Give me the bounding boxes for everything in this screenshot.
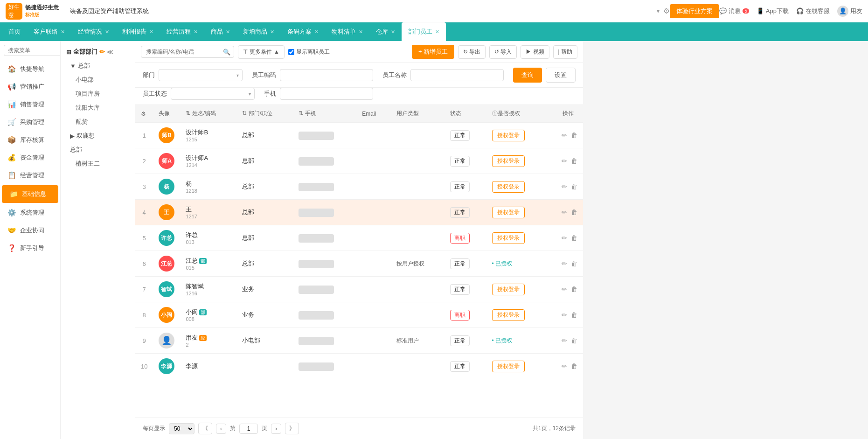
user-menu[interactable]: 👤 用友 [837, 6, 862, 17]
app-download-btn[interactable]: 📱 App下载 [757, 7, 789, 15]
edit-icon[interactable]: ✏ [562, 260, 567, 267]
page-size-select[interactable]: 50 100 200 [169, 423, 194, 434]
last-page-btn[interactable]: 》 [285, 423, 299, 434]
close-icon[interactable]: ✕ [194, 29, 198, 35]
close-icon[interactable]: ✕ [391, 29, 395, 35]
tab-home[interactable]: 首页 [2, 22, 27, 41]
tab-add-product[interactable]: 新增商品 ✕ [236, 22, 281, 41]
edit-icon[interactable]: ✏ [562, 337, 567, 344]
export-btn[interactable]: ↻ 导出 [458, 45, 486, 59]
th-name-code[interactable]: ⇅ 姓名/编码 [180, 105, 236, 123]
auth-btn[interactable]: 授权登录 [492, 232, 525, 244]
delete-icon[interactable]: 🗑 [571, 183, 577, 190]
page-input[interactable] [239, 424, 258, 434]
edit-icon[interactable]: ✏ [562, 286, 567, 293]
name-input[interactable] [410, 69, 504, 81]
import-btn[interactable]: ↺ 导入 [489, 45, 517, 59]
delete-icon[interactable]: 🗑 [571, 337, 577, 344]
sidebar-item-purchase[interactable]: 🛒 采购管理 [0, 113, 60, 131]
search-input[interactable] [141, 46, 234, 58]
auth-btn[interactable]: 授权登录 [492, 361, 525, 372]
close-icon[interactable]: ✕ [359, 29, 363, 35]
view-btn[interactable]: ▶ 视频 [521, 45, 549, 59]
gear-icon[interactable]: ⚙ [663, 7, 670, 15]
sidebar-item-system[interactable]: ⚙️ 系统管理 [0, 204, 60, 222]
online-service-btn[interactable]: 🎧 在线客服 [796, 7, 830, 15]
delete-icon[interactable]: 🗑 [571, 311, 577, 319]
tab-operation[interactable]: 经营情况 ✕ [71, 22, 116, 41]
sidebar-item-basic-info[interactable]: 📁 基础信息 [2, 185, 58, 203]
settings-icon[interactable]: ⚙ [141, 111, 146, 117]
close-icon[interactable]: ✕ [61, 29, 65, 35]
delete-icon[interactable]: 🗑 [571, 234, 577, 242]
tab-bom[interactable]: 物料清单 ✕ [325, 22, 369, 41]
edit-icon[interactable]: ✏ [562, 234, 567, 242]
help-btn[interactable]: | 帮助 [553, 45, 577, 59]
tree-item-project[interactable]: 项目库房 [61, 87, 135, 101]
tab-profit[interactable]: 利润报告 ✕ [116, 22, 160, 41]
th-phone[interactable]: ⇅ 手机 [293, 105, 356, 123]
auth-btn[interactable]: 授权登录 [492, 207, 525, 218]
delete-icon[interactable]: 🗑 [571, 362, 577, 370]
dept-select[interactable] [159, 69, 243, 81]
edit-icon[interactable]: ✏ [562, 183, 567, 190]
collapse-icon[interactable]: ≪ [107, 49, 113, 56]
tab-dept-staff[interactable]: 部门员工 ✕ [402, 22, 446, 41]
add-employee-btn[interactable]: + 新增员工 [412, 45, 454, 59]
sidebar-item-finance[interactable]: 💰 资金管理 [0, 149, 60, 167]
close-icon[interactable]: ✕ [435, 29, 439, 35]
tab-warehouse[interactable]: 仓库 ✕ [369, 22, 402, 41]
sidebar-item-collab[interactable]: 🤝 企业协同 [0, 222, 60, 239]
close-icon[interactable]: ✕ [226, 29, 230, 35]
edit-icon[interactable]: ✏ [562, 157, 567, 165]
tree-item-shenyang[interactable]: 沈阳大库 [61, 101, 135, 115]
tree-item-zhishu[interactable]: 植树王二 [61, 157, 135, 171]
sidebar-item-sales[interactable]: 📊 销售管理 [0, 96, 60, 113]
sidebar-search-input[interactable] [4, 45, 61, 56]
tree-item-headquarters[interactable]: 总部 [61, 143, 135, 157]
edit-icon[interactable]: ✏ [99, 48, 105, 56]
show-resigned-checkbox[interactable]: 显示离职员工 [288, 48, 330, 56]
reset-btn[interactable]: 设置 [546, 68, 576, 83]
next-page-btn[interactable]: › [271, 424, 281, 434]
sidebar-item-guide[interactable]: ❓ 新手引导 [0, 239, 60, 257]
query-btn[interactable]: 查询 [513, 68, 542, 83]
system-dropdown-arrow[interactable]: ▾ [657, 8, 660, 14]
delete-icon[interactable]: 🗑 [571, 157, 577, 165]
auth-btn[interactable]: 授权登录 [492, 309, 525, 321]
close-icon[interactable]: ✕ [314, 29, 319, 35]
edit-icon[interactable]: ✏ [562, 209, 567, 216]
tree-item-headquarters-group[interactable]: ▼ 总部 [61, 59, 135, 73]
sidebar-item-quick-nav[interactable]: 🏠 快捷导航 [0, 60, 60, 78]
tree-item-shuanglu[interactable]: ▶ 双鹿想 [61, 129, 135, 143]
edit-icon[interactable]: ✏ [562, 311, 567, 319]
tab-products[interactable]: 商品 ✕ [204, 22, 236, 41]
auth-btn[interactable]: 授权登录 [492, 155, 525, 167]
close-icon[interactable]: ✕ [105, 29, 109, 35]
auth-btn[interactable]: 授权登录 [492, 181, 525, 193]
close-icon[interactable]: ✕ [149, 29, 153, 35]
sidebar-item-inventory[interactable]: 📦 库存核算 [0, 131, 60, 149]
phone-input[interactable] [280, 88, 373, 100]
try-btn[interactable]: 体验行业方案 [670, 4, 719, 18]
edit-icon[interactable]: ✏ [562, 362, 567, 370]
tab-customer[interactable]: 客户联络 ✕ [27, 22, 71, 41]
delete-icon[interactable]: 🗑 [571, 286, 577, 293]
tree-item-xiaodian[interactable]: 小电部 [61, 73, 135, 87]
sidebar-item-business[interactable]: 📋 经营管理 [0, 167, 60, 184]
prev-page-btn[interactable]: ‹ [216, 424, 226, 434]
tab-history[interactable]: 经营历程 ✕ [160, 22, 204, 41]
more-filters-btn[interactable]: ⊤ 更多条件 ▲ [238, 45, 285, 59]
tab-barcode[interactable]: 条码方案 ✕ [281, 22, 325, 41]
th-dept-position[interactable]: ⇅ 部门/职位 [236, 105, 293, 123]
delete-icon[interactable]: 🗑 [571, 260, 577, 267]
first-page-btn[interactable]: 《 [198, 423, 212, 434]
status-select[interactable] [171, 88, 255, 100]
sidebar-item-marketing[interactable]: 📢 营销推广 [0, 78, 60, 96]
message-btn[interactable]: 💬 消息 5 [719, 7, 749, 15]
code-input[interactable] [280, 69, 373, 81]
edit-icon[interactable]: ✏ [562, 132, 567, 139]
auth-btn[interactable]: 授权登录 [492, 130, 525, 141]
auth-btn[interactable]: 授权登录 [492, 284, 525, 295]
tree-item-distribution[interactable]: 配货 [61, 115, 135, 129]
